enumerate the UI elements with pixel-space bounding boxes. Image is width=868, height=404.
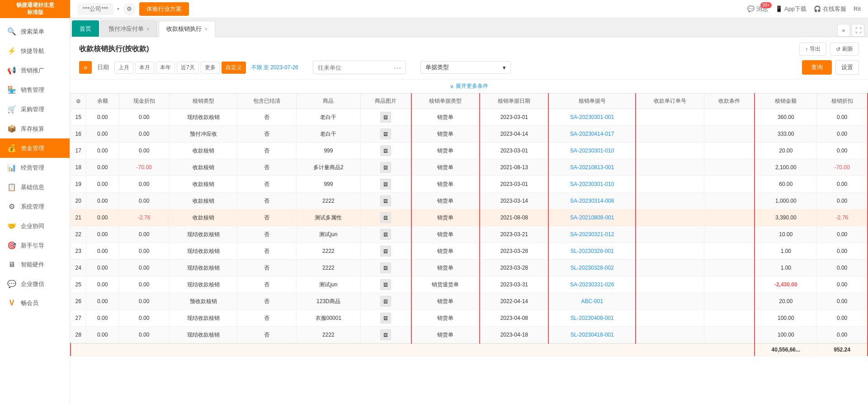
cell-bill-no[interactable]: SA-20230314-008 xyxy=(548,193,636,209)
purchase-icon: 🛒 xyxy=(7,105,16,114)
sidebar-item-nav[interactable]: ⚡ 快捷导航 xyxy=(0,41,70,61)
cell-bill-no[interactable]: SA-20230321-012 xyxy=(548,226,636,243)
table-row: 21 0.00 -2.76 收款核销 否 测试多属性 🖼 销货单 2021-08… xyxy=(71,209,868,226)
notification-bell[interactable]: 💬 消息 99+ xyxy=(747,5,768,13)
tab-receipt[interactable]: 收款核销执行 × xyxy=(159,21,215,37)
tab-expand-btn[interactable]: ⛶ xyxy=(852,24,864,37)
bill-no-link[interactable]: SA-20230331-026 xyxy=(570,281,614,288)
trial-button[interactable]: 体验行业方案 xyxy=(139,2,189,16)
export-button[interactable]: ↑ 导出 xyxy=(799,43,826,56)
cell-bill-date: 2021-08-08 xyxy=(480,209,548,226)
table-container[interactable]: ⚙ 余额 现金折扣 核销类型 包含已结清 商品 商品图片 核销单据类型 核销单据… xyxy=(70,93,868,404)
topbar-right: 💬 消息 99+ 📱 App下载 🎧 在线客服 Rit xyxy=(747,5,861,13)
cell-bill-no[interactable]: SA-20230301-010 xyxy=(548,143,636,159)
bill-no-link[interactable]: SA-20230321-012 xyxy=(570,231,614,238)
date-btn-this-year[interactable]: 本年 xyxy=(156,62,175,74)
sidebar-label-hardware: 智能硬件 xyxy=(21,261,44,269)
bill-no-link[interactable]: SA-20230414-017 xyxy=(570,131,614,137)
tab-home[interactable]: 首页 xyxy=(72,20,99,37)
sidebar-item-basic[interactable]: 📋 基础信息 xyxy=(0,177,70,197)
th-settings[interactable]: ⚙ xyxy=(71,94,86,109)
sidebar-item-hardware[interactable]: 🖥 智能硬件 xyxy=(0,255,70,274)
bill-no-link[interactable]: SA-20210808-001 xyxy=(570,214,614,221)
cell-bill-no[interactable]: SL-20230328-001 xyxy=(548,243,636,260)
cell-product: 测试多属性 xyxy=(297,209,361,226)
bill-no-link[interactable]: SL-20230408-001 xyxy=(571,315,614,321)
sidebar-item-system[interactable]: ⚙ 系统管理 xyxy=(0,197,70,216)
date-btn-custom[interactable]: 自定义 xyxy=(222,62,246,74)
cell-bill-no[interactable]: SA-20230301-001 xyxy=(548,109,636,126)
cell-image: 🖼 xyxy=(360,276,411,293)
company-dropdown-icon[interactable]: ▾ xyxy=(117,6,119,11)
settings-button[interactable]: ⚙ xyxy=(123,3,136,15)
sidebar-item-member[interactable]: V 畅会员 xyxy=(0,294,70,313)
sidebar-item-purchase[interactable]: 🛒 采购管理 xyxy=(0,100,70,119)
date-btn-this-month[interactable]: 本月 xyxy=(135,62,154,74)
total-amount: 40,556,66... xyxy=(755,343,816,356)
bill-type-filter[interactable]: 单据类型 ▾ xyxy=(420,61,511,74)
bill-no-link[interactable]: SA-20230301-010 xyxy=(570,147,614,154)
cell-order-no xyxy=(636,226,704,243)
sidebar-item-marketing[interactable]: 📢 营销推广 xyxy=(0,61,70,80)
bill-no-link[interactable]: SA-20210813-001 xyxy=(570,164,614,171)
cell-cash-discount: 0.00 xyxy=(119,293,169,310)
tab-close-btn[interactable]: × xyxy=(837,24,850,37)
filter-toggle-button[interactable]: » xyxy=(79,61,92,74)
app-download-link[interactable]: 📱 App下载 xyxy=(775,5,807,13)
cell-settled: 否 xyxy=(237,209,297,226)
sidebar-item-inventory[interactable]: 📦 库存核算 xyxy=(0,119,70,138)
bill-no-link[interactable]: SA-20230301-010 xyxy=(570,181,614,187)
cell-bill-no[interactable]: ABC-001 xyxy=(548,293,636,310)
tab-prepay[interactable]: 预付冲应付单 × xyxy=(101,20,157,37)
bill-no-link[interactable]: SL-20230418-001 xyxy=(571,332,614,338)
sidebar-item-search[interactable]: 🔍 搜索菜单 xyxy=(0,22,70,41)
cell-settled: 否 xyxy=(237,243,297,260)
date-btn-last-month[interactable]: 上月 xyxy=(114,62,133,74)
cell-amount: 20.00 xyxy=(755,293,816,310)
bill-no-link[interactable]: ABC-001 xyxy=(581,298,603,304)
sidebar-item-collab[interactable]: 🤝 企业协同 xyxy=(0,216,70,236)
sidebar-item-guide[interactable]: 🎯 新手引导 xyxy=(0,236,70,255)
bill-no-link[interactable]: SL-20230328-001 xyxy=(571,248,614,254)
query-button[interactable]: 查询 xyxy=(802,60,832,75)
cell-bill-no[interactable]: SA-20210813-001 xyxy=(548,159,636,176)
set-button[interactable]: 设置 xyxy=(835,60,859,75)
cell-image: 🖼 xyxy=(360,327,411,344)
sidebar-item-finance[interactable]: 💰 资金管理 xyxy=(0,138,70,158)
collab-icon: 🤝 xyxy=(7,222,16,230)
partner-dots-icon[interactable]: ··· xyxy=(394,63,401,72)
online-service-link[interactable]: 🎧 在线客服 xyxy=(814,5,846,13)
cell-bill-no[interactable]: SL-20230418-001 xyxy=(548,327,636,344)
date-btn-7days[interactable]: 近7天 xyxy=(177,62,199,74)
partner-input[interactable] xyxy=(318,64,394,71)
cell-bill-no[interactable]: SA-20230414-017 xyxy=(548,126,636,143)
user-menu[interactable]: Rit xyxy=(854,5,861,12)
cell-bill-no[interactable]: SA-20230331-026 xyxy=(548,276,636,293)
cell-bill-no[interactable]: SL-20230408-001 xyxy=(548,310,636,327)
user-name: Rit xyxy=(854,5,861,12)
sidebar-item-sales[interactable]: 🏪 销售管理 xyxy=(0,80,70,100)
sidebar-item-operation[interactable]: 📊 经营管理 xyxy=(0,158,70,177)
cell-amount: 333.00 xyxy=(755,126,816,143)
tab-receipt-close[interactable]: × xyxy=(204,26,207,32)
tab-prepay-close[interactable]: × xyxy=(146,26,149,32)
cell-cash-discount: 0.00 xyxy=(119,243,169,260)
bill-no-link[interactable]: SL-20230328-002 xyxy=(571,265,614,271)
sidebar-item-wechat[interactable]: 💬 企业微信 xyxy=(0,274,70,294)
bill-no-link[interactable]: SA-20230314-008 xyxy=(570,198,614,204)
date-btn-more[interactable]: 更多 xyxy=(201,62,220,74)
expand-more-button[interactable]: ∨ 展开更多条件 xyxy=(450,82,488,90)
totals-row: 40,556,66... 952.24 xyxy=(71,343,868,356)
cell-bill-no[interactable]: SL-20230328-002 xyxy=(548,260,636,276)
cell-id: 22 xyxy=(71,226,86,243)
refresh-button[interactable]: ↺ 刷新 xyxy=(830,43,859,56)
th-bill-no: 核销单据号 xyxy=(548,94,636,109)
cell-bill-type: 销货单 xyxy=(411,209,480,226)
partner-filter[interactable]: ··· xyxy=(313,61,406,74)
cell-bill-no[interactable]: SA-20210808-001 xyxy=(548,209,636,226)
company-name[interactable]: ***公司*** xyxy=(77,3,113,15)
bill-no-link[interactable]: SA-20230301-001 xyxy=(570,114,614,120)
sidebar-label-member: 畅会员 xyxy=(21,299,38,307)
cell-bill-no[interactable]: SA-20230301-010 xyxy=(548,176,636,193)
cell-discount: 0.00 xyxy=(817,176,868,193)
